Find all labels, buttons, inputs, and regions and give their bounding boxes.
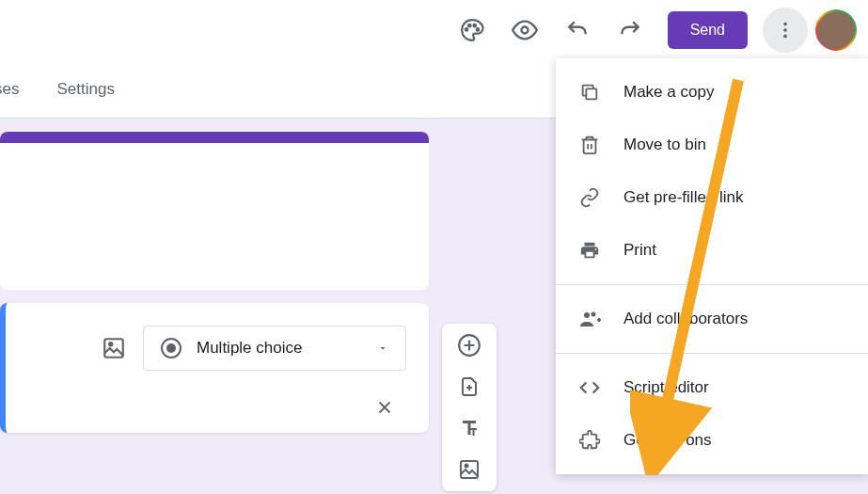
more-menu-dropdown: Make a copy Move to bin Get pre-filled l… [556,58,868,474]
import-questions-button[interactable] [457,374,481,399]
question-type-label: Multiple choice [197,339,362,358]
code-icon [579,377,600,398]
remove-option-button[interactable] [28,371,406,423]
avatar-image [817,11,855,49]
undo-icon [565,18,590,42]
menu-move-to-bin[interactable]: Move to bin [556,119,868,171]
svg-point-15 [592,312,596,317]
add-question-button[interactable] [457,333,481,358]
trash-icon [579,135,600,155]
svg-point-5 [783,23,787,26]
text-icon [458,417,481,439]
chevron-down-icon [377,343,388,354]
menu-label: Print [623,241,656,260]
menu-label: Get pre-filled link [623,188,744,207]
tab-settings[interactable]: Settings [38,80,133,99]
image-icon [102,336,126,360]
question-type-select[interactable]: Multiple choice [143,326,406,371]
svg-point-0 [465,28,467,31]
svg-point-2 [473,24,476,27]
svg-point-4 [521,27,528,34]
menu-get-addons[interactable]: Get add-ons [556,414,868,467]
customize-theme-button[interactable] [450,8,495,53]
menu-divider [556,284,868,285]
palette-icon [460,18,484,42]
menu-prefilled-link[interactable]: Get pre-filled link [556,171,868,224]
svg-point-6 [783,28,787,32]
file-import-icon [458,375,481,398]
send-button[interactable]: Send [668,11,748,49]
svg-point-1 [468,24,471,27]
menu-label: Add collaborators [623,310,748,328]
link-icon [579,187,600,208]
copy-icon [579,82,600,103]
menu-label: Script editor [623,378,709,397]
question-card[interactable]: Multiple choice [0,303,429,433]
more-vertical-icon [775,20,796,40]
radio-icon [161,338,181,359]
add-title-button[interactable] [457,416,481,440]
menu-add-collaborators[interactable]: Add collaborators [556,293,868,345]
avatar[interactable] [815,9,857,51]
tab-responses[interactable]: ses [0,80,38,99]
svg-rect-8 [104,339,123,358]
menu-make-copy[interactable]: Make a copy [556,66,868,119]
side-toolbar [442,324,497,491]
undo-button[interactable] [555,8,600,53]
plus-circle-icon [457,333,481,358]
eye-icon [512,17,538,43]
add-image-button[interactable] [102,336,126,360]
svg-rect-11 [461,461,478,478]
redo-button[interactable] [608,8,653,53]
svg-point-3 [476,28,479,31]
svg-point-14 [584,312,590,318]
menu-label: Move to bin [623,135,706,154]
close-icon [374,397,395,418]
image-icon [458,458,481,481]
svg-point-12 [466,465,468,468]
more-menu-button[interactable] [763,8,808,53]
redo-icon [618,18,642,42]
menu-print[interactable]: Print [556,224,868,277]
form-header-card[interactable] [0,132,429,290]
preview-button[interactable] [502,8,547,53]
form-accent-bar [0,132,429,143]
menu-label: Make a copy [623,83,714,102]
extension-icon [579,430,600,451]
topbar: Send [0,0,868,60]
svg-point-7 [783,35,787,39]
svg-point-9 [109,343,112,345]
svg-rect-13 [586,88,596,99]
people-plus-icon [578,308,601,330]
menu-divider [556,353,868,354]
menu-script-editor[interactable]: Script editor [556,361,868,414]
add-image-button[interactable] [457,457,481,482]
printer-icon [579,240,600,261]
menu-label: Get add-ons [623,431,712,450]
